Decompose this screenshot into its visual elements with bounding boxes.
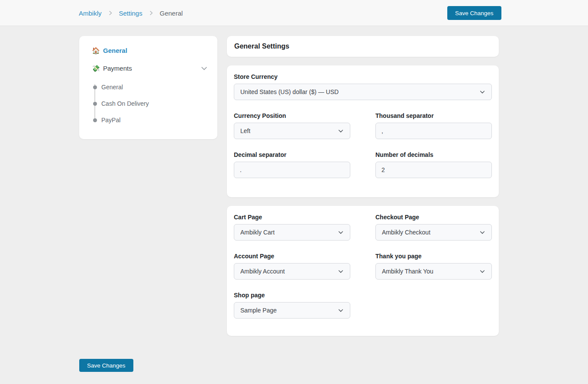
chevron-down-icon bbox=[479, 89, 485, 95]
decimal-separator-field: Decimal separator bbox=[234, 151, 350, 178]
number-of-decimals-label: Number of decimals bbox=[375, 151, 492, 158]
save-changes-button-bottom[interactable]: Save Changes bbox=[79, 359, 133, 372]
select-value: Ambikly Thank You bbox=[382, 268, 433, 275]
chevron-down-icon bbox=[338, 128, 344, 134]
account-page-field: Account Page Ambikly Account bbox=[234, 253, 350, 280]
chevron-down-icon bbox=[338, 229, 344, 235]
select-value: Left bbox=[240, 127, 250, 134]
checkout-page-select[interactable]: Ambikly Checkout bbox=[375, 224, 492, 241]
breadcrumb-link-ambikly[interactable]: Ambikly bbox=[79, 10, 102, 17]
page-title-card: General Settings bbox=[227, 36, 499, 57]
thousand-separator-input[interactable] bbox=[375, 123, 492, 139]
store-currency-label: Store Currency bbox=[234, 73, 492, 80]
currency-settings-card: Store Currency United States (US) dollar… bbox=[227, 65, 499, 197]
save-changes-button-top[interactable]: Save Changes bbox=[447, 6, 501, 20]
cart-page-label: Cart Page bbox=[234, 214, 350, 221]
select-value: Sample Page bbox=[240, 307, 277, 314]
select-value: Ambikly Checkout bbox=[382, 229, 430, 236]
chevron-right-icon bbox=[148, 10, 154, 16]
thousand-separator-label: Thousand separator bbox=[375, 112, 492, 119]
account-page-select[interactable]: Ambikly Account bbox=[234, 263, 350, 280]
bullet-dot-icon bbox=[93, 118, 97, 122]
number-of-decimals-input[interactable] bbox=[375, 162, 492, 178]
decimal-separator-label: Decimal separator bbox=[234, 151, 350, 158]
subnav-item-paypal[interactable]: PayPal bbox=[95, 112, 217, 128]
bullet-dot-icon bbox=[93, 85, 97, 89]
sidebar-item-label: Payments bbox=[103, 65, 200, 72]
thousand-separator-field: Thousand separator bbox=[375, 112, 492, 139]
decimal-separator-input[interactable] bbox=[234, 162, 350, 178]
subnav-item-label: General bbox=[101, 84, 123, 91]
cart-page-select[interactable]: Ambikly Cart bbox=[234, 224, 350, 241]
settings-nav-sidebar: 🏠 General 💸 Payments General Cash On Del… bbox=[79, 36, 217, 139]
shop-page-label: Shop page bbox=[234, 292, 350, 299]
money-with-wings-icon: 💸 bbox=[92, 65, 103, 72]
chevron-down-icon bbox=[338, 307, 344, 313]
sidebar-item-payments[interactable]: 💸 Payments bbox=[79, 59, 217, 77]
bullet-dot-icon bbox=[93, 102, 97, 106]
checkout-page-field: Checkout Page Ambikly Checkout bbox=[375, 214, 492, 241]
house-icon: 🏠 bbox=[92, 47, 103, 55]
subnav-item-label: PayPal bbox=[101, 117, 120, 124]
breadcrumb-current-general: General bbox=[160, 10, 183, 17]
currency-position-select[interactable]: Left bbox=[234, 123, 350, 139]
breadcrumb-link-settings[interactable]: Settings bbox=[119, 10, 142, 17]
topbar: Ambikly Settings General Save Changes bbox=[0, 0, 588, 26]
chevron-down-icon[interactable] bbox=[200, 65, 208, 72]
select-value: United States (US) dollar ($) — USD bbox=[240, 88, 339, 95]
account-page-label: Account Page bbox=[234, 253, 350, 260]
store-currency-select[interactable]: United States (US) dollar ($) — USD bbox=[234, 84, 492, 100]
thank-you-page-label: Thank you page bbox=[375, 253, 492, 260]
chevron-down-icon bbox=[479, 268, 485, 274]
thank-you-page-field: Thank you page Ambikly Thank You bbox=[375, 253, 492, 280]
checkout-page-label: Checkout Page bbox=[375, 214, 492, 221]
select-value: Ambikly Cart bbox=[240, 229, 275, 236]
select-value: Ambikly Account bbox=[240, 268, 285, 275]
shop-page-field: Shop page Sample Page bbox=[234, 292, 350, 319]
subnav-item-cash-on-delivery[interactable]: Cash On Delivery bbox=[95, 95, 217, 112]
chevron-down-icon bbox=[479, 229, 485, 235]
pages-settings-card: Cart Page Ambikly Cart Checkout Page Amb… bbox=[227, 206, 499, 336]
payments-subnav: General Cash On Delivery PayPal bbox=[95, 79, 217, 128]
store-currency-field: Store Currency United States (US) dollar… bbox=[234, 73, 492, 100]
subnav-item-general[interactable]: General bbox=[95, 79, 217, 95]
chevron-down-icon bbox=[338, 268, 344, 274]
number-of-decimals-field: Number of decimals bbox=[375, 151, 492, 178]
sidebar-item-label: General bbox=[103, 47, 208, 54]
sidebar-item-general[interactable]: 🏠 General bbox=[79, 42, 217, 59]
subnav-item-label: Cash On Delivery bbox=[101, 100, 149, 107]
cart-page-field: Cart Page Ambikly Cart bbox=[234, 214, 350, 241]
currency-position-field: Currency Position Left bbox=[234, 112, 350, 139]
currency-position-label: Currency Position bbox=[234, 112, 350, 119]
breadcrumb: Ambikly Settings General bbox=[79, 0, 183, 26]
page-title: General Settings bbox=[234, 42, 289, 50]
shop-page-select[interactable]: Sample Page bbox=[234, 302, 350, 319]
thank-you-page-select[interactable]: Ambikly Thank You bbox=[375, 263, 492, 280]
chevron-right-icon bbox=[107, 10, 113, 16]
